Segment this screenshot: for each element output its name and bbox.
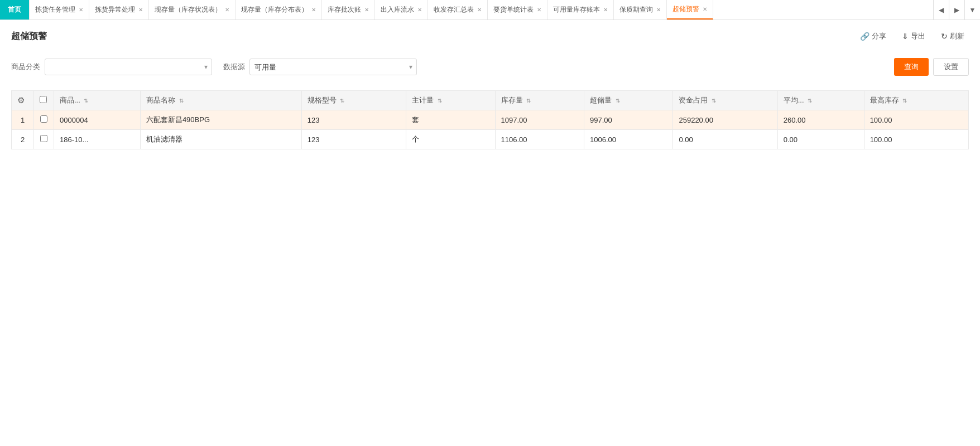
col-stock-header: 库存量 ⇅ bbox=[495, 91, 584, 110]
export-icon: ⇓ bbox=[902, 32, 909, 41]
tab-close-icon[interactable]: ✕ bbox=[311, 7, 316, 13]
sort-spec-icon[interactable]: ⇅ bbox=[340, 98, 344, 104]
tab-label: 保质期查询 bbox=[619, 5, 653, 14]
filter-category-group: 商品分类 ▾ bbox=[11, 59, 212, 75]
nav-prev[interactable]: ◀ bbox=[933, 0, 949, 20]
cell-unit-2: 个 bbox=[406, 130, 495, 149]
filter-datasource-label: 数据源 bbox=[223, 62, 245, 72]
home-label: 首页 bbox=[8, 5, 21, 14]
col-product-code-label: 商品... bbox=[60, 96, 80, 104]
cell-overstock-2: 1006.00 bbox=[584, 130, 672, 149]
nav-tab-t3[interactable]: 现存量（库存状况表）✕ bbox=[149, 0, 236, 20]
table-header: ⚙ 商品... ⇅ 商品名称 ⇅ 规格型号 ⇅ 主计量 bbox=[12, 91, 969, 110]
sort-product-name-icon[interactable]: ⇅ bbox=[179, 98, 184, 104]
cell-capital-2: 0.00 bbox=[673, 130, 777, 149]
filter-actions: 查询 设置 bbox=[894, 58, 969, 76]
tab-close-icon[interactable]: ✕ bbox=[477, 7, 482, 13]
nav-next[interactable]: ▶ bbox=[949, 0, 964, 20]
select-all-checkbox[interactable] bbox=[40, 96, 47, 103]
tab-close-icon[interactable]: ✕ bbox=[79, 7, 83, 13]
settings-button[interactable]: 设置 bbox=[933, 58, 969, 76]
header-row: ⚙ 商品... ⇅ 商品名称 ⇅ 规格型号 ⇅ 主计量 bbox=[12, 91, 969, 110]
tab-close-icon[interactable]: ✕ bbox=[603, 7, 608, 13]
export-button[interactable]: ⇓ 导出 bbox=[897, 29, 930, 43]
nav-home[interactable]: 首页 bbox=[0, 0, 30, 20]
tab-label: 可用量库存账本 bbox=[553, 5, 600, 14]
tab-close-icon[interactable]: ✕ bbox=[417, 7, 422, 13]
nav-tab-t10[interactable]: 保质期查询✕ bbox=[614, 0, 667, 20]
tab-close-icon[interactable]: ✕ bbox=[364, 7, 369, 13]
tab-close-icon[interactable]: ✕ bbox=[537, 7, 541, 13]
share-label: 分享 bbox=[872, 31, 886, 41]
sort-product-code-icon[interactable]: ⇅ bbox=[84, 98, 88, 104]
tab-label: 拣货异常处理 bbox=[95, 5, 135, 14]
cell-spec-2: 123 bbox=[301, 130, 406, 149]
table-row: 2 186-10... 机油滤清器 123 个 1106.00 1006.00 … bbox=[12, 130, 969, 149]
tab-label: 超储预警 bbox=[672, 4, 699, 14]
row-checkbox-1[interactable] bbox=[40, 115, 47, 123]
page-actions: 🔗 分享 ⇓ 导出 ↻ 刷新 bbox=[856, 29, 969, 43]
nav-tab-t7[interactable]: 收发存汇总表✕ bbox=[428, 0, 488, 20]
nav-tab-t6[interactable]: 出入库流水✕ bbox=[375, 0, 428, 20]
col-overstock-label: 超储量 bbox=[590, 96, 612, 104]
tab-close-icon[interactable]: ✕ bbox=[138, 7, 143, 13]
row-checkbox-2[interactable] bbox=[40, 135, 47, 142]
cell-spec-1: 123 bbox=[301, 110, 406, 130]
table-body: 1 0000004 六配套新昌490BPG 123 套 1097.00 997.… bbox=[12, 110, 969, 149]
cell-maxstock-1: 100.00 bbox=[864, 110, 968, 130]
sort-capital-icon[interactable]: ⇅ bbox=[712, 98, 716, 104]
row-num-2: 2 bbox=[12, 130, 34, 149]
query-button[interactable]: 查询 bbox=[894, 58, 929, 76]
share-button[interactable]: 🔗 分享 bbox=[856, 29, 891, 43]
cell-product-code-1: 0000004 bbox=[54, 110, 141, 130]
nav-tab-t1[interactable]: 拣货任务管理✕ bbox=[30, 0, 89, 20]
col-unit-label: 主计量 bbox=[412, 96, 434, 104]
nav-tab-t4[interactable]: 现存量（库存分布表）✕ bbox=[236, 0, 322, 20]
tab-label: 要货单统计表 bbox=[493, 5, 534, 14]
sort-unit-icon[interactable]: ⇅ bbox=[438, 98, 442, 104]
col-product-name-label: 商品名称 bbox=[146, 96, 175, 104]
filter-datasource-select[interactable]: 可用量 bbox=[249, 59, 417, 75]
col-stock-label: 库存量 bbox=[501, 96, 523, 104]
nav-more[interactable]: ▼ bbox=[964, 0, 980, 20]
cell-product-name-2: 机油滤清器 bbox=[140, 130, 301, 149]
filter-category-label: 商品分类 bbox=[11, 62, 40, 72]
nav-tab-t8[interactable]: 要货单统计表✕ bbox=[488, 0, 547, 20]
nav-tab-t11[interactable]: 超储预警✕ bbox=[667, 0, 713, 20]
nav-tab-t2[interactable]: 拣货异常处理✕ bbox=[89, 0, 149, 20]
tab-close-icon[interactable]: ✕ bbox=[703, 6, 707, 12]
table-gear-icon[interactable]: ⚙ bbox=[17, 95, 25, 105]
cell-product-code-2: 186-10... bbox=[54, 130, 141, 149]
sort-avg-icon[interactable]: ⇅ bbox=[808, 98, 812, 104]
nav-tab-t5[interactable]: 库存批次账✕ bbox=[322, 0, 375, 20]
tab-close-icon[interactable]: ✕ bbox=[225, 7, 229, 13]
refresh-label: 刷新 bbox=[950, 31, 964, 41]
tab-label: 拣货任务管理 bbox=[35, 5, 75, 14]
cell-avg-1: 260.00 bbox=[777, 110, 864, 130]
page-title: 超储预警 bbox=[11, 31, 47, 42]
page-content: 超储预警 🔗 分享 ⇓ 导出 ↻ 刷新 商品分类 ▾ bbox=[0, 20, 980, 446]
filter-category-select[interactable] bbox=[45, 59, 212, 75]
cell-maxstock-2: 100.00 bbox=[864, 130, 968, 149]
col-setting-header: ⚙ bbox=[12, 91, 34, 110]
sort-stock-icon[interactable]: ⇅ bbox=[526, 98, 531, 104]
table-row: 1 0000004 六配套新昌490BPG 123 套 1097.00 997.… bbox=[12, 110, 969, 130]
col-product-name-header: 商品名称 ⇅ bbox=[140, 91, 301, 110]
filter-bar: 商品分类 ▾ 数据源 可用量 ▾ 查询 设置 bbox=[11, 52, 969, 81]
sort-overstock-icon[interactable]: ⇅ bbox=[616, 98, 620, 104]
tab-label: 现存量（库存分布表） bbox=[241, 5, 308, 14]
nav-tab-t9[interactable]: 可用量库存账本✕ bbox=[547, 0, 614, 20]
row-check-2 bbox=[34, 130, 54, 149]
sort-maxstock-icon[interactable]: ⇅ bbox=[902, 98, 907, 104]
tab-close-icon[interactable]: ✕ bbox=[656, 7, 661, 13]
refresh-button[interactable]: ↻ 刷新 bbox=[936, 29, 969, 43]
page-header: 超储预警 🔗 分享 ⇓ 导出 ↻ 刷新 bbox=[11, 29, 969, 43]
col-capital-header: 资金占用 ⇅ bbox=[673, 91, 777, 110]
filter-datasource-group: 数据源 可用量 ▾ bbox=[223, 59, 417, 75]
export-label: 导出 bbox=[911, 31, 925, 41]
col-check-header bbox=[34, 91, 54, 110]
cell-unit-1: 套 bbox=[406, 110, 495, 130]
cell-product-name-1: 六配套新昌490BPG bbox=[140, 110, 301, 130]
row-check-1 bbox=[34, 110, 54, 130]
nav-bar: 首页 拣货任务管理✕拣货异常处理✕现存量（库存状况表）✕现存量（库存分布表）✕库… bbox=[0, 0, 980, 20]
